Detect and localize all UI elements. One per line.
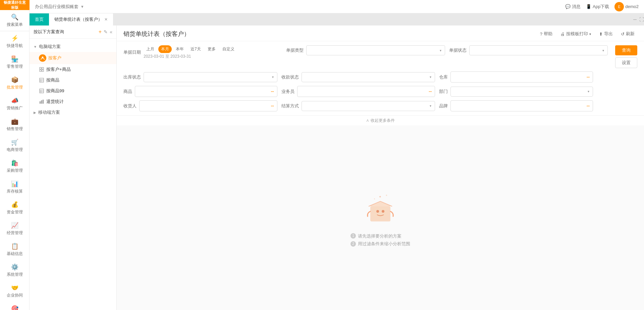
system-icon: ⚙️: [11, 263, 18, 271]
sidebar-item-inventory[interactable]: 📊 库存核算: [0, 177, 30, 198]
sidebar-item-basic[interactable]: 📋 基础信息: [0, 239, 30, 260]
tree-section-mobile[interactable]: ▶ 移动端方案: [30, 107, 116, 118]
svg-rect-2: [42, 67, 44, 69]
date-tab-this-year[interactable]: 本年: [173, 45, 186, 53]
message-icon: 💬: [565, 4, 571, 9]
collapse-panel-btn[interactable]: «: [110, 29, 112, 35]
empty-state: ✦ ✦ ✦ 1 请先选择要分析的方案 2 用过滤条件来缩小分析范围: [351, 188, 410, 248]
tree-item-by-goods[interactable]: 按商品: [30, 75, 116, 86]
recipient-select[interactable]: ···: [139, 100, 277, 111]
doc-status-select[interactable]: ▾: [469, 45, 608, 55]
refresh-icon: ↺: [621, 32, 625, 37]
newbie-icon: 🎯: [11, 305, 18, 310]
content: 按以下方案查询 + ✎ « ▼ 电脑端方案: [30, 25, 644, 310]
collapse-bar[interactable]: ∧ 收起更多条件: [117, 116, 644, 125]
user-info[interactable]: E demo2: [614, 2, 639, 11]
tip-num-1: 1: [351, 233, 356, 239]
warehouse-more-icon[interactable]: ···: [586, 73, 589, 81]
basic-icon: 📋: [11, 243, 18, 250]
sidebar-item-marketing[interactable]: 📣 营销推广: [0, 94, 30, 114]
warehouse-select[interactable]: ···: [450, 71, 593, 83]
sidebar-item-newbie[interactable]: 🎯 新手引导: [0, 302, 30, 310]
tree-section: ▼ 电脑端方案 按客户: [30, 39, 116, 120]
purchase-icon: 🛍️: [11, 159, 18, 167]
template-print-btn[interactable]: 🖨 按模板打印 ▾: [558, 30, 594, 38]
topbar-right: 💬 消息 📱 App下载 E demo2: [565, 2, 639, 11]
date-tab-last-month[interactable]: 上月: [144, 45, 157, 53]
search-icon: 🔍: [11, 13, 18, 21]
tab-close-icon[interactable]: ✕: [104, 17, 108, 22]
tab-stats[interactable]: 销货单统计表（按客户） ✕: [49, 13, 113, 25]
doc-type-select[interactable]: ▾: [306, 45, 445, 55]
settlement-select[interactable]: ▾: [302, 101, 435, 111]
sidebar-item-purchase[interactable]: 🛍️ 采购管理: [0, 156, 30, 177]
sidebar-item-ecommerce[interactable]: 🛒 电商管理: [0, 135, 30, 156]
tree-item-by-goods-99[interactable]: 按商品99: [30, 86, 116, 96]
empty-illustration: ✦ ✦ ✦: [360, 188, 400, 228]
delivery-select[interactable]: ▾: [144, 72, 277, 82]
sidebar-item-enterprise[interactable]: 🤝 企业协同: [0, 281, 30, 302]
refresh-label: 刷新: [626, 31, 635, 37]
sidebar-item-quick-nav[interactable]: ⚡ 快捷导航: [0, 31, 30, 52]
tree-section-pc[interactable]: ▼ 电脑端方案: [30, 41, 116, 52]
window-minimize-icon[interactable]: ─: [633, 17, 637, 22]
page-title: 销货单统计表（按客户）: [123, 30, 190, 38]
sidebar-item-retail[interactable]: 🏪 零售管理: [0, 52, 30, 73]
sidebar-item-label: 企业协同: [7, 293, 23, 298]
date-tab-last-7[interactable]: 近7天: [188, 45, 204, 53]
payment-label: 收款状态: [281, 74, 299, 80]
dept-select[interactable]: ▾: [450, 87, 593, 97]
app-download-btn[interactable]: 📱 App下载: [586, 4, 609, 10]
avatar: E: [614, 2, 624, 11]
salesperson-select[interactable]: ···: [297, 86, 435, 97]
sidebar-item-sales[interactable]: 💼 销售管理: [0, 114, 30, 135]
brand-select[interactable]: ···: [450, 100, 593, 111]
tree-item-by-customer-goods[interactable]: 按客户+商品: [30, 64, 116, 75]
add-scheme-btn[interactable]: +: [99, 29, 102, 35]
recipient-more-icon[interactable]: ···: [271, 102, 274, 109]
help-label: 帮助: [544, 31, 552, 37]
goods-select[interactable]: ···: [135, 86, 277, 97]
export-btn[interactable]: ⬆ 导出: [596, 30, 615, 38]
help-btn[interactable]: ? 帮助: [537, 30, 555, 38]
date-tab-custom[interactable]: 自定义: [220, 45, 237, 53]
date-tab-this-month[interactable]: 本月: [158, 45, 172, 53]
help-icon: ?: [540, 32, 542, 37]
sidebar-item-operations[interactable]: 📈 经营管理: [0, 218, 30, 239]
tree-expand-icon: ▼: [34, 45, 37, 49]
dropdown-arrow-icon[interactable]: ▾: [81, 4, 84, 9]
payment-select[interactable]: ▾: [302, 72, 435, 82]
settings-btn[interactable]: 设置: [615, 57, 637, 68]
tree-section-mobile-label: 移动端方案: [38, 109, 60, 115]
sidebar-item-system[interactable]: ⚙️ 系统管理: [0, 260, 30, 281]
date-label: 单据日期: [123, 49, 141, 55]
refresh-btn[interactable]: ↺ 刷新: [618, 30, 637, 38]
goods-more-icon[interactable]: ···: [271, 88, 274, 95]
edit-scheme-btn[interactable]: ✎: [104, 29, 108, 35]
date-tab-more[interactable]: 更多: [205, 45, 218, 53]
message-btn[interactable]: 💬 消息: [565, 4, 581, 10]
tabbar: 首页 销货单统计表（按客户） ✕ ─ ⛶: [30, 13, 644, 25]
logo-subtitle: 标版: [11, 5, 18, 10]
sidebar-item-label: 库存核算: [7, 189, 23, 194]
tab-home[interactable]: 首页: [30, 13, 49, 25]
doc-type-arrow-icon: ▾: [440, 49, 441, 52]
sidebar-item-wholesale[interactable]: 📦 批发管理: [0, 73, 30, 94]
salesperson-more-icon[interactable]: ···: [428, 88, 431, 95]
app-logo: 畅捷通好生意 标版: [0, 0, 30, 10]
sales-icon: 💼: [11, 118, 18, 125]
dept-label: 部门: [439, 89, 448, 95]
settlement-label: 结算方式: [281, 103, 299, 109]
tree-item-return-stats[interactable]: 退货统计: [30, 96, 116, 107]
brand-more-icon[interactable]: ···: [586, 102, 589, 109]
tab-home-label: 首页: [35, 16, 44, 22]
tree-item-by-customer[interactable]: 按客户: [30, 52, 116, 64]
delivery-label: 出库状态: [123, 74, 141, 80]
window-maximize-icon[interactable]: ⛶: [639, 17, 644, 22]
sidebar-item-finance[interactable]: 💰 资金管理: [0, 198, 30, 218]
query-btn[interactable]: 查询: [615, 45, 637, 55]
tip-num-2: 2: [351, 241, 356, 247]
tree-item-by-goods-label: 按商品: [46, 77, 59, 83]
query-buttons: 查询 设置: [612, 45, 637, 68]
sidebar-item-search[interactable]: 🔍 搜索菜单: [0, 10, 30, 31]
